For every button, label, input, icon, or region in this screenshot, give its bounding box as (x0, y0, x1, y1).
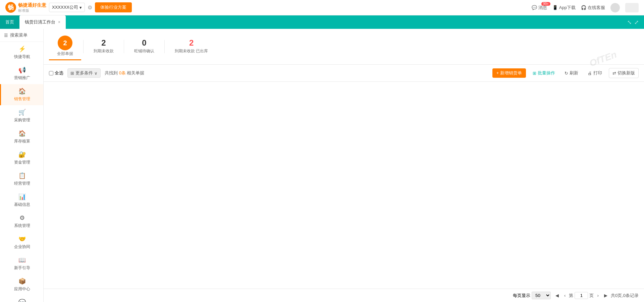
logo-main: 畅捷通好生意 (18, 2, 46, 8)
headset-icon: 🎧 (581, 5, 586, 10)
phone-icon: 📱 (552, 5, 558, 10)
stat-pending-confirm-label: 旺铺待确认 (134, 48, 154, 54)
header-right: 💬 消息 99+ 📱 App下载 🎧 在线客服 (532, 3, 639, 12)
filter-label: 更多条件 (75, 70, 93, 76)
filter-button[interactable]: ⊞ 更多条件 ∨ (67, 68, 101, 78)
message-item[interactable]: 💬 消息 99+ (532, 5, 547, 11)
tab-qhrq[interactable]: 钱货日清工作台 × (19, 15, 66, 29)
sidebar-item-capital[interactable]: 🔐 资金管理 (0, 147, 43, 169)
sidebar-label-operations: 经营管理 (14, 181, 30, 186)
found-count: 0条 (119, 70, 126, 75)
stat-overdue-unpaid[interactable]: 2 到期未收款 (86, 36, 122, 58)
sidebar-label-quick-nav: 快捷导航 (14, 54, 30, 60)
add-sales-button[interactable]: + 新增销货单 (492, 68, 526, 78)
sidebar-icon-quick-nav: ⚡ (18, 45, 26, 53)
nav-tabs: 首页 钱货日清工作台 × ⤡ ⤢ (0, 15, 644, 29)
sidebar-label-purchase: 采购管理 (14, 117, 30, 123)
stat-all[interactable]: 2 全部单据 (49, 33, 81, 60)
sidebar-item-enterprise-wechat[interactable]: 💬 企业微信 (0, 295, 43, 302)
switch-label: 切换新版 (618, 70, 635, 76)
switch-icon: ⇄ (612, 71, 616, 76)
page-input[interactable] (575, 292, 588, 299)
prev-page-button[interactable]: ‹ (562, 292, 568, 299)
sidebar-item-quick-nav[interactable]: ⚡ 快捷导航 (0, 42, 43, 63)
stat-divider-2 (124, 40, 124, 53)
refresh-label: 刷新 (570, 70, 578, 76)
switch-version-button[interactable]: ⇄ 切换新版 (609, 68, 639, 78)
refresh-icon: ↻ (565, 71, 568, 76)
user-name-area[interactable] (625, 3, 639, 12)
search-menu-item[interactable]: ☰ 搜索菜单 (0, 29, 43, 42)
sidebar-icon-operations: 📋 (18, 172, 26, 179)
company-selector[interactable]: XXXXXX公司 ▾ (49, 3, 85, 12)
logo-text: 畅捷通好生意 标准版 (18, 2, 46, 13)
nav-restore-button[interactable]: ⤡ (627, 19, 632, 25)
per-page-select[interactable]: 50 100 200 (532, 292, 551, 299)
sidebar-item-inventory[interactable]: 🏠 库存核算 (0, 126, 43, 147)
online-service-label: 在线客服 (588, 5, 605, 11)
sidebar-icon-base-info: 📊 (18, 193, 26, 200)
sidebar-icon-enterprise-coop: 🤝 (18, 235, 26, 243)
sidebar-item-enterprise-coop[interactable]: 🤝 企业协同 (0, 232, 43, 253)
search-menu-label: 搜索菜单 (10, 32, 28, 38)
sidebar-icon-purchase: 🛒 (18, 109, 26, 116)
refresh-button[interactable]: ↻ 刷新 (562, 68, 581, 78)
toolbar: 全选 ⊞ 更多条件 ∨ 共找到 0条 相关单据 + 新增销货单 ⊞ 批量操作 (44, 65, 644, 82)
tab-home[interactable]: 首页 (0, 15, 19, 29)
sidebar: ☰ 搜索菜单 ⚡ 快捷导航 📢 营销推广 🏠 销售管理 🛒 采购管理 🏠 库存核… (0, 29, 44, 302)
sidebar-item-operations[interactable]: 📋 经营管理 (0, 169, 43, 190)
last-page-button[interactable]: ▶ (602, 292, 609, 299)
stat-divider-1 (83, 40, 84, 53)
stat-overdue-unshipped[interactable]: 2 到期未收款 已出库 (167, 36, 216, 58)
nav-expand-button[interactable]: ⤢ (634, 19, 639, 25)
select-all-input[interactable] (49, 71, 53, 75)
stat-all-count: 2 (58, 36, 72, 50)
page-suffix: 页 (589, 293, 594, 299)
batch-operation-button[interactable]: ⊞ 批量操作 (530, 68, 558, 78)
sidebar-item-beginner-guide[interactable]: 📖 新手引导 (0, 253, 43, 274)
user-avatar[interactable] (610, 3, 620, 12)
sidebar-item-marketing[interactable]: 📢 营销推广 (0, 63, 43, 84)
stat-overdue-unshipped-count: 2 (189, 38, 194, 48)
stat-overdue-unpaid-count: 2 (101, 38, 106, 48)
print-label: 打印 (593, 70, 602, 76)
dropdown-icon: ▾ (79, 5, 82, 10)
first-page-button[interactable]: ◀ (553, 292, 561, 299)
company-name: XXXXXX公司 (52, 4, 78, 10)
sidebar-label-capital: 资金管理 (14, 160, 30, 165)
app-download-label: App下载 (559, 5, 576, 11)
settings-icon[interactable]: ⚙ (88, 4, 92, 11)
sidebar-label-beginner-guide: 新手引导 (14, 265, 30, 271)
select-all-checkbox[interactable]: 全选 (49, 70, 63, 76)
sidebar-label-sys-mgmt: 系统管理 (14, 223, 30, 229)
sidebar-item-app-center[interactable]: 📦 应用中心 (0, 274, 43, 295)
trial-button[interactable]: 体验行业方案 (95, 2, 132, 12)
sidebar-label-marketing: 营销推广 (14, 75, 30, 81)
sidebar-item-sys-mgmt[interactable]: ⚙ 系统管理 (0, 211, 43, 232)
batch-icon: ⊞ (533, 71, 536, 76)
print-button[interactable]: 🖨 打印 (585, 68, 605, 78)
toolbar-left: 全选 ⊞ 更多条件 ∨ 共找到 0条 相关单据 (49, 68, 144, 78)
app-download-item[interactable]: 📱 App下载 (552, 5, 576, 11)
sidebar-item-sales[interactable]: 🏠 销售管理 (0, 84, 43, 105)
page-label: 第 (569, 293, 573, 299)
filter-icon: ⊞ (70, 71, 74, 76)
batch-label: 批量操作 (538, 70, 555, 76)
sidebar-item-base-info[interactable]: 📊 基础信息 (0, 190, 43, 211)
sidebar-label-enterprise-coop: 企业协同 (14, 244, 30, 250)
next-page-button[interactable]: › (595, 292, 600, 299)
active-tab-label: 钱货日清工作台 (25, 19, 55, 25)
tab-close-icon[interactable]: × (58, 20, 60, 24)
stat-overdue-unshipped-label: 到期未收款 已出库 (175, 48, 208, 54)
stats-bar: 2 全部单据 2 到期未收款 0 旺铺待确认 2 到期未收款 已出库 (44, 29, 644, 65)
sidebar-item-purchase[interactable]: 🛒 采购管理 (0, 105, 43, 126)
toolbar-right: + 新增销货单 ⊞ 批量操作 ↻ 刷新 🖨 打印 ⇄ 切换新版 (492, 68, 639, 78)
stat-pending-confirm[interactable]: 0 旺铺待确认 (126, 36, 162, 58)
online-service-item[interactable]: 🎧 在线客服 (581, 5, 605, 11)
sidebar-icon-sales: 🏠 (18, 87, 26, 95)
sidebar-icon-enterprise-wechat: 💬 (18, 299, 26, 302)
top-header: 畅 畅捷通好生意 标准版 XXXXXX公司 ▾ ⚙ 体验行业方案 💬 消息 99… (0, 0, 644, 15)
nav-controls: ⤡ ⤢ (622, 19, 644, 25)
pagination: 每页显示 50 100 200 ◀ ‹ 第 页 › ▶ 共0页,0条记录 (44, 289, 644, 302)
per-page-label: 每页显示 (513, 293, 530, 299)
